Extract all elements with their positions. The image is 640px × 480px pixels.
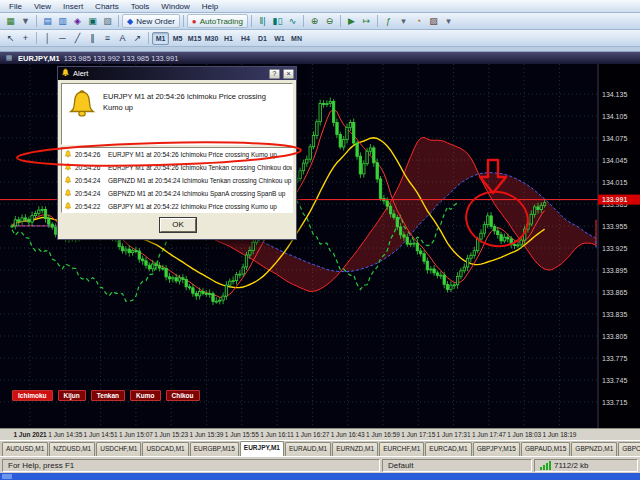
alert-list-item[interactable]: 20:54:26EURJPY M1 at 20:54:26 Ichimoku T… <box>62 161 292 174</box>
symbol-tab[interactable]: EURGBP,M15 <box>190 442 239 456</box>
dialog-close-button[interactable]: × <box>283 69 294 79</box>
timeframe-m1[interactable]: M1 <box>152 32 169 45</box>
alert-dialog-title-bar[interactable]: Alert ? × <box>58 67 296 80</box>
symbol-tab[interactable]: EURAUD,M1 <box>285 442 331 456</box>
alert-list-item[interactable]: 20:54:24GBPNZD M1 at 20:54:24 Ichimoku S… <box>62 187 292 200</box>
symbol-tab[interactable]: GBPAUD,M15 <box>521 442 570 456</box>
status-connection: 7112/2 kb <box>534 459 638 472</box>
menu-view[interactable]: View <box>28 1 57 12</box>
menu-charts[interactable]: Charts <box>89 1 125 12</box>
svg-text:133.775: 133.775 <box>602 355 627 362</box>
profiles-dropdown-icon[interactable]: ▼ <box>18 14 33 28</box>
svg-text:133.925: 133.925 <box>602 245 627 252</box>
alert-time: 20:54:22 <box>75 203 105 210</box>
chart-window-icon: ▦ <box>4 53 14 63</box>
symbol-tabs-bar: AUDUSD,M1NZDUSD,M1USDCHF,M1USDCAD,M1EURG… <box>0 440 640 456</box>
symbol-tab[interactable]: NZDUSD,M1 <box>49 442 95 456</box>
symbol-tab[interactable]: GBPNZD,M1 <box>571 442 617 456</box>
alert-list-item[interactable]: 20:54:24GBPNZD M1 at 20:54:24 Ichimoku T… <box>62 174 292 187</box>
autotrading-button[interactable]: ●AutoTrading <box>187 14 248 28</box>
timeframe-d1[interactable]: D1 <box>254 32 271 45</box>
cursor-icon[interactable]: ↖ <box>3 31 18 45</box>
navigator-icon[interactable]: ◈ <box>70 14 85 28</box>
timeframe-mn[interactable]: MN <box>288 32 305 45</box>
timeframe-h1[interactable]: H1 <box>220 32 237 45</box>
svg-text:134.075: 134.075 <box>602 135 627 142</box>
arrows-icon[interactable]: ↗ <box>130 31 145 45</box>
trendline-icon[interactable]: ╱ <box>70 31 85 45</box>
symbol-tab[interactable]: EURJPY,M1 <box>240 441 284 456</box>
toolbar-separator <box>183 15 184 27</box>
symbol-tab[interactable]: EURCAD,M1 <box>425 442 471 456</box>
alert-list-item[interactable]: 20:54:22GBPJPY M1 at 20:54:22 Ichimoku P… <box>62 200 292 213</box>
taskbar-sliver <box>0 473 640 480</box>
dialog-help-button[interactable]: ? <box>269 69 280 79</box>
svg-text:134.045: 134.045 <box>602 157 627 164</box>
symbol-tab[interactable]: USDCAD,M1 <box>142 442 188 456</box>
horizontal-line-icon[interactable]: ─ <box>55 31 70 45</box>
menu-help[interactable]: Help <box>196 1 224 12</box>
data-window-icon[interactable]: ▥ <box>55 14 70 28</box>
auto-scroll-icon[interactable]: ▶ <box>344 14 359 28</box>
menu-file[interactable]: File <box>3 1 28 12</box>
toolbar-separator <box>118 15 119 27</box>
indicators-icon[interactable]: ƒ <box>381 14 396 28</box>
indicator-legend-row: IchimokuKijunTenkanKumoChikou <box>12 390 200 401</box>
alert-list-item[interactable]: 20:54:26EURJPY M1 at 20:54:26 Ichimoku P… <box>62 148 292 161</box>
mt4-window: FileViewInsertChartsToolsWindowHelp ▦▼▤▥… <box>0 0 640 480</box>
alert-text: EURJPY M1 at 20:54:26 Ichimoku Tenkan cr… <box>108 164 292 171</box>
text-label-icon[interactable]: A <box>115 31 130 45</box>
market-watch-icon[interactable]: ▤ <box>40 14 55 28</box>
legend-button-kumo[interactable]: Kumo <box>130 390 160 401</box>
chart-title-bar[interactable]: ▦ EURJPY,M1 133.985 133.992 133.985 133.… <box>0 52 640 64</box>
ok-button[interactable]: OK <box>160 218 196 232</box>
new-order-button[interactable]: ◆New Order <box>122 14 180 28</box>
equidistant-channel-icon[interactable]: ∥ <box>85 31 100 45</box>
timeframe-m5[interactable]: M5 <box>169 32 186 45</box>
connection-bars-icon <box>540 461 551 470</box>
timeframe-m15[interactable]: M15 <box>186 32 203 45</box>
alert-time: 20:54:26 <box>75 164 105 171</box>
status-bar: For Help, press F1 Default 7112/2 kb <box>0 456 640 473</box>
chart-candles-icon[interactable]: ▮▯ <box>270 14 285 28</box>
symbol-tab[interactable]: GBPCHF,M1 <box>618 442 640 456</box>
legend-button-kijun[interactable]: Kijun <box>58 390 86 401</box>
alert-list[interactable]: 20:54:26EURJPY M1 at 20:54:26 Ichimoku P… <box>61 147 293 213</box>
chart-shift-icon[interactable]: ↦ <box>359 14 374 28</box>
periods-dropdown-icon[interactable]: ◔ <box>411 14 426 28</box>
symbol-tab[interactable]: GBPJPY,M15 <box>473 442 520 456</box>
menu-window[interactable]: Window <box>155 1 195 12</box>
symbol-tab[interactable]: EURCHF,M1 <box>379 442 424 456</box>
menu-insert[interactable]: Insert <box>57 1 89 12</box>
symbol-tab[interactable]: USDCHF,M1 <box>96 442 141 456</box>
templates-icon[interactable]: ▨ <box>426 14 441 28</box>
timeframe-w1[interactable]: W1 <box>271 32 288 45</box>
symbol-tab[interactable]: AUDUSD,M1 <box>2 442 48 456</box>
templates-dropdown-icon[interactable]: ▾ <box>441 14 456 28</box>
time-axis[interactable]: 1 Jun 20211 Jun 14:351 Jun 14:511 Jun 15… <box>0 428 640 440</box>
zoom-out-icon[interactable]: ⊖ <box>322 14 337 28</box>
fibonacci-icon[interactable]: ≡ <box>100 31 115 45</box>
svg-text:133.991: 133.991 <box>602 196 627 203</box>
legend-button-chikou[interactable]: Chikou <box>166 390 200 401</box>
symbol-tab[interactable]: EURNZD,M1 <box>332 442 378 456</box>
new-order-icon: ◆ <box>127 17 133 26</box>
new-chart-icon[interactable]: ▦ <box>3 14 18 28</box>
timeframe-h4[interactable]: H4 <box>237 32 254 45</box>
traffic-text: 7112/2 kb <box>554 461 589 470</box>
chart-line-icon[interactable]: ∿ <box>285 14 300 28</box>
chart-bars-icon[interactable]: ‖| <box>255 14 270 28</box>
alert-time: 20:54:24 <box>75 190 105 197</box>
alert-dialog-body: EURJPY M1 at 20:54:26 Ichimoku Price cro… <box>58 80 296 216</box>
vertical-line-icon[interactable]: │ <box>40 31 55 45</box>
legend-button-ichimoku[interactable]: Ichimoku <box>12 390 53 401</box>
crosshair-icon[interactable]: + <box>18 31 33 45</box>
strategy-tester-icon[interactable]: ▧ <box>100 14 115 28</box>
indicators-dropdown-icon[interactable]: ▾ <box>396 14 411 28</box>
timeframe-m30[interactable]: M30 <box>203 32 220 45</box>
terminal-icon[interactable]: ▣ <box>85 14 100 28</box>
zoom-in-icon[interactable]: ⊕ <box>307 14 322 28</box>
status-profile[interactable]: Default <box>382 459 532 472</box>
legend-button-tenkan[interactable]: Tenkan <box>91 390 125 401</box>
menu-tools[interactable]: Tools <box>125 1 156 12</box>
